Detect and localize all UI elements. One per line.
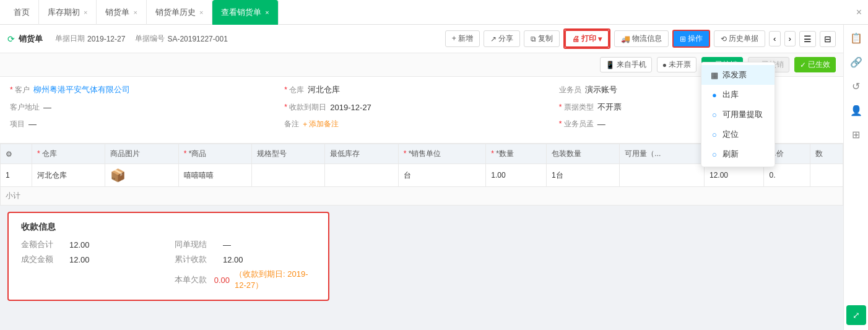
cell-spec — [252, 164, 325, 187]
col-pkg-qty: 包装数量 — [547, 144, 620, 164]
copy-icon: ⧉ — [531, 35, 536, 43]
col-available: 可用量（... — [620, 144, 705, 164]
dropdown-item-available[interactable]: ○ 可用量提取 — [701, 105, 775, 124]
ops-button[interactable]: ⊞ 操作 — [672, 30, 710, 48]
tab-sales[interactable]: 销货单 × — [97, 0, 146, 25]
payment-date-label: 收款到期日 — [284, 102, 326, 113]
sidebar-icon-link[interactable]: 🔗 — [848, 54, 865, 71]
project-label: 项目 — [10, 119, 25, 129]
payment-transaction-row: 成交金额 12.00 — [21, 254, 162, 265]
close-tab-inventory[interactable]: × — [84, 9, 87, 16]
number-value: SA-20191227-001 — [167, 35, 227, 43]
logistics-button[interactable]: 🚚 物流信息 — [614, 30, 669, 47]
print-dropdown-arrow: ▾ — [598, 35, 602, 43]
payment-box: 收款信息 金额合计 12.00 同单现结 — 成交金额 12.00 累计收款 1… — [7, 212, 329, 301]
cumulative-label: 累计收款 — [175, 254, 218, 265]
print-highlight-box: 🖨 打印 ▾ — [563, 28, 610, 49]
form-col-customer: 客户 柳州粤港平安气体有限公司 — [10, 84, 284, 95]
payment-total-row: 金额合计 12.00 — [21, 239, 162, 250]
print-button[interactable]: 🖨 打印 ▾ — [565, 30, 609, 48]
same-settlement-label: 同单现结 — [175, 239, 218, 250]
new-button[interactable]: + 新增 — [445, 30, 480, 47]
address-value: — — [43, 103, 51, 112]
history-button[interactable]: ⟲ 历史单据 — [714, 30, 765, 47]
dropdown-item-ship[interactable]: ● 出库 — [701, 85, 775, 105]
from-phone-button[interactable]: 📱 来自手机 — [600, 57, 652, 72]
salesman2-label: 业务员孟 — [559, 119, 594, 129]
product-image: 📦 — [110, 168, 126, 182]
tab-view-sales[interactable]: 查看销货单 × — [212, 0, 278, 25]
close-tab-sales[interactable]: × — [133, 9, 137, 16]
salesman2-value: — — [597, 119, 605, 129]
available-icon: ○ — [710, 110, 719, 119]
cell-warehouse: 河北仓库 — [32, 164, 105, 187]
doc-icon: ⟳ — [7, 34, 15, 44]
remark-label: 备注 — [284, 119, 299, 129]
add-remark-button[interactable]: + 添加备注 — [303, 119, 339, 129]
toolbar-actions: + 新增 ↗ 分享 ⧉ 复制 🖨 打印 ▾ 🚚 物流信息 ⊞ — [445, 28, 836, 49]
close-window-icon[interactable]: × — [856, 7, 862, 18]
payment-balance-value-row: 本单欠款 0.00 （收款到期日: 2019-12-27） — [175, 269, 316, 291]
layout-button2[interactable]: ⊟ — [820, 31, 836, 47]
subtotal-row: 小计 — [1, 187, 843, 206]
share-button[interactable]: ↗ 分享 — [484, 30, 520, 47]
print-icon: 🖨 — [572, 35, 579, 43]
cell-image: 📦 — [105, 164, 178, 187]
meta-date: 单据日期 2019-12-27 — [55, 33, 125, 44]
share-icon: ↗ — [490, 35, 497, 43]
cell-available — [620, 164, 705, 187]
dropdown-item-refresh[interactable]: ○ 刷新 — [701, 144, 775, 164]
close-tab-view-sales[interactable]: × — [265, 9, 269, 16]
payment-same-row: 同单现结 — — [175, 239, 316, 250]
cell-pkg-qty: 1台 — [547, 164, 620, 187]
form-col-salesman: 业务员 演示账号 — [559, 84, 833, 95]
dropdown-item-locate[interactable]: ○ 定位 — [701, 124, 775, 144]
layout-button1[interactable]: ☰ — [799, 31, 816, 47]
dropdown-item-add-invoice[interactable]: ▦ 添发票 — [701, 65, 775, 85]
sidebar-icon-doc[interactable]: 📋 — [848, 30, 865, 46]
form-col-address: 客户地址 — — [10, 102, 284, 113]
payment-grid: 金额合计 12.00 同单现结 — 成交金额 12.00 累计收款 12.00 … — [21, 239, 316, 291]
payment-title: 收款信息 — [21, 222, 316, 233]
refresh-icon: ○ — [710, 150, 719, 159]
tab-home[interactable]: 首页 — [5, 0, 39, 25]
prev-button[interactable]: ‹ — [769, 31, 780, 46]
next-button[interactable]: › — [784, 31, 796, 46]
total-amount-value: 12.00 — [69, 240, 90, 250]
sidebar-icon-user[interactable]: 👤 — [848, 102, 865, 119]
col-product: *商品 — [178, 144, 251, 164]
copy-button[interactable]: ⧉ 复制 — [524, 30, 560, 47]
cell-price: 0. — [764, 164, 810, 187]
project-value: — — [28, 119, 37, 129]
effect-button[interactable]: ✓ 已生效 — [794, 57, 836, 72]
tab-sales-history[interactable]: 销货单历史 × — [147, 0, 212, 25]
form-col-remark: 备注 + 添加备注 — [284, 119, 558, 129]
sidebar-icon-refresh[interactable]: ↺ — [849, 78, 862, 95]
meta-info: 单据日期 2019-12-27 单据编号 SA-20191227-001 — [55, 33, 443, 44]
transaction-label: 成交金额 — [21, 254, 64, 265]
total-amount-label: 金额合计 — [21, 239, 64, 250]
not-open-button[interactable]: ● 未开票 — [657, 57, 697, 72]
ticket-label: 票据类型 — [559, 102, 594, 113]
balance-note: （收款到期日: 2019-12-27） — [235, 269, 316, 291]
cell-unit: 台 — [398, 164, 485, 187]
col-amount: 数 — [810, 144, 843, 164]
col-settings[interactable]: ⚙ — [1, 144, 32, 164]
form-col-ticket: 票据类型 不开票 — [559, 102, 833, 113]
cell-qty: 1.00 — [486, 164, 547, 187]
phone-icon: 📱 — [605, 61, 615, 69]
close-tab-sales-history[interactable]: × — [199, 9, 203, 16]
balance-label2: 本单欠款 — [175, 274, 209, 285]
right-sidebar: 📋 🔗 ↺ 👤 ⊞ ⤢ — [843, 25, 868, 330]
cumulative-value: 12.00 — [223, 255, 243, 264]
col-qty: *数量 — [486, 144, 547, 164]
col-warehouse: 仓库 — [32, 144, 105, 164]
table-row: 1 河北仓库 📦 嘻嘻嘻嘻 台 1.00 1台 12.00 0. — [1, 164, 843, 187]
form-col-salesman2: 业务员孟 — — [559, 119, 833, 129]
grid-icon: ⊞ — [680, 35, 686, 43]
sidebar-icon-expand[interactable]: ⤢ — [846, 305, 866, 325]
sidebar-icon-grid[interactable]: ⊞ — [849, 126, 862, 143]
customer-value[interactable]: 柳州粤港平安气体有限公司 — [33, 84, 130, 95]
ship-icon: ● — [710, 90, 719, 100]
tab-inventory[interactable]: 库存期初 × — [39, 0, 97, 25]
